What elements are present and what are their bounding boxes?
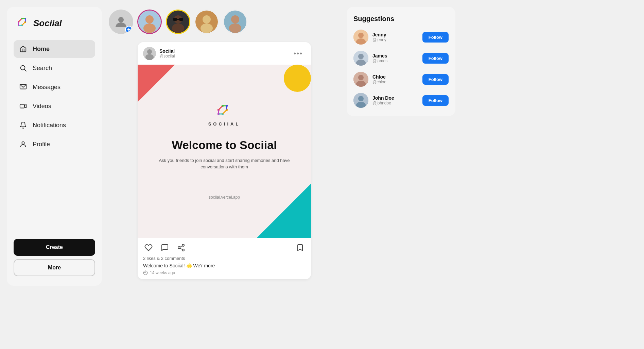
svg-point-23 <box>172 23 184 33</box>
follow-button-chloe[interactable]: Follow <box>422 74 449 85</box>
post-handle: @sociial <box>159 54 175 59</box>
comment-button[interactable] <box>159 242 170 253</box>
suggestion-item-johndoe: John Doe @johndoe Follow <box>353 93 449 108</box>
svg-line-51 <box>180 248 182 250</box>
post-image: SOCIIAL Welcome to Sociial Ask you frien… <box>138 65 311 238</box>
home-icon <box>19 45 27 53</box>
sidebar-item-notifications-label: Notifications <box>33 122 66 129</box>
post-brand-name: SOCIIAL <box>208 121 241 127</box>
svg-point-32 <box>229 23 241 33</box>
post-url: sociial.vercel.app <box>209 195 240 200</box>
post-image-content: SOCIIAL Welcome to Sociial Ask you frien… <box>138 103 311 199</box>
svg-point-16 <box>22 142 24 144</box>
decoration-triangle-red <box>138 65 175 102</box>
post-brand-logo <box>216 103 233 120</box>
suggestion-handle-james: @james <box>372 59 418 63</box>
svg-point-31 <box>231 15 239 23</box>
svg-rect-24 <box>173 18 177 21</box>
sidebar: Sociial Home Search <box>7 7 102 286</box>
main-content: + <box>109 7 340 279</box>
sidebar-item-profile-label: Profile <box>33 141 50 148</box>
suggestion-avatar-james <box>353 51 368 66</box>
profile-icon <box>19 140 27 148</box>
post-actions <box>143 242 306 253</box>
sidebar-item-messages[interactable]: Messages <box>14 78 95 96</box>
svg-point-19 <box>145 15 154 23</box>
sidebar-item-notifications[interactable]: Notifications <box>14 116 95 134</box>
follow-button-jenny[interactable]: Follow <box>422 32 449 43</box>
story-item-4[interactable] <box>223 10 247 34</box>
svg-point-20 <box>143 23 156 33</box>
search-icon <box>19 64 27 72</box>
svg-line-45 <box>223 110 227 114</box>
suggestion-name-jenny: Jenny <box>372 32 418 37</box>
post-card: Sociial @sociial ••• <box>138 42 311 279</box>
svg-rect-25 <box>179 18 183 21</box>
suggestion-name-johndoe: John Doe <box>372 95 418 101</box>
sidebar-buttons: Create More <box>14 232 95 276</box>
svg-point-34 <box>147 49 152 54</box>
post-user-info: Sociial @sociial <box>143 47 175 60</box>
svg-point-55 <box>358 33 364 38</box>
sidebar-item-home[interactable]: Home <box>14 40 95 58</box>
logo-icon <box>16 16 30 30</box>
story-item-3[interactable] <box>194 10 219 34</box>
svg-line-9 <box>22 22 25 26</box>
share-button[interactable] <box>176 242 187 253</box>
suggestion-info-chloe: Chloe @chloe <box>372 74 418 84</box>
stories-row: + <box>109 7 340 37</box>
logo-area: Sociial <box>14 16 95 30</box>
suggestion-handle-chloe: @chloe <box>372 80 418 84</box>
clock-icon <box>143 270 148 275</box>
post-more-button[interactable]: ••• <box>291 48 306 59</box>
post-caption: Welcome to Sociial! 🌟 We'r more <box>143 263 306 268</box>
suggestion-item-jenny: Jenny @jenny Follow <box>353 30 449 45</box>
post-username: Sociial <box>159 48 175 54</box>
story-item-2[interactable] <box>166 10 190 34</box>
post-footer: 2 likes & 2 comments Welcome to Sociial!… <box>138 238 311 279</box>
post-actions-left <box>143 242 187 253</box>
post-time-label: 14 weeks ago <box>150 270 175 275</box>
videos-icon <box>19 102 27 110</box>
app-name: Sociial <box>33 18 62 29</box>
plus-badge: + <box>125 26 133 33</box>
bookmark-button[interactable] <box>295 242 306 253</box>
add-story-button[interactable]: + <box>109 10 133 34</box>
suggestion-name-chloe: Chloe <box>372 74 418 80</box>
sidebar-item-messages-label: Messages <box>33 84 60 91</box>
more-button[interactable]: More <box>14 259 95 276</box>
create-button[interactable]: Create <box>14 239 95 256</box>
story-item-1[interactable] <box>137 10 162 34</box>
svg-line-42 <box>219 106 223 110</box>
right-panel: Suggestions Jenny @jenny Follow <box>347 7 455 116</box>
share-icon <box>177 244 185 252</box>
suggestion-name-james: James <box>372 53 418 59</box>
suggestions-card: Suggestions Jenny @jenny Follow <box>347 7 455 116</box>
post-subtitle: Ask you friends to join sociial and star… <box>151 157 297 170</box>
suggestion-item-james: James @james Follow <box>353 51 449 66</box>
sidebar-item-videos-label: Videos <box>33 103 51 110</box>
post-time: 14 weeks ago <box>143 270 306 275</box>
sidebar-item-search[interactable]: Search <box>14 59 95 77</box>
suggestion-avatar-johndoe <box>353 93 368 108</box>
suggestion-info-jenny: Jenny @jenny <box>372 32 418 42</box>
notifications-icon <box>19 121 27 129</box>
svg-point-58 <box>358 54 364 59</box>
suggestion-handle-johndoe: @johndoe <box>372 101 418 105</box>
post-header: Sociial @sociial ••• <box>138 42 311 65</box>
like-button[interactable] <box>143 242 154 253</box>
follow-button-johndoe[interactable]: Follow <box>422 95 449 106</box>
svg-line-13 <box>24 69 26 71</box>
sidebar-item-search-label: Search <box>33 65 52 72</box>
suggestion-avatar-jenny <box>353 30 368 45</box>
sidebar-item-videos[interactable]: Videos <box>14 97 95 115</box>
sidebar-item-home-label: Home <box>33 46 50 53</box>
comment-icon <box>161 244 169 252</box>
messages-icon <box>19 83 27 91</box>
decoration-circle-yellow <box>284 65 311 92</box>
svg-point-17 <box>118 17 124 22</box>
follow-button-james[interactable]: Follow <box>422 53 449 64</box>
bookmark-icon <box>296 244 304 252</box>
sidebar-item-profile[interactable]: Profile <box>14 135 95 153</box>
post-user-details: Sociial @sociial <box>159 48 175 59</box>
